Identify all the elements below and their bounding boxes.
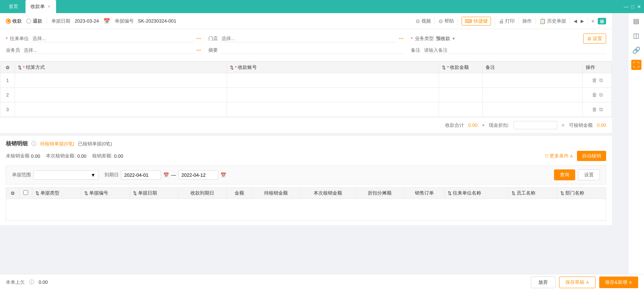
table-area: ⚙ ⇅ * 结算方式 ⇅ * 收款账号	[0, 62, 612, 117]
cal-icon-end[interactable]: 📅	[220, 172, 226, 178]
history-icon: 📋	[539, 18, 546, 24]
row-actions-3: 🗑 ⧉	[583, 102, 612, 117]
cal-icon-start[interactable]: 📅	[163, 172, 169, 178]
col-action-header: 操作	[583, 62, 612, 73]
row-account-3[interactable]	[227, 102, 439, 117]
row-settle-2[interactable]	[15, 88, 227, 102]
close-icon[interactable]: ✕	[637, 4, 641, 9]
delete-icon-1[interactable]: 🗑	[592, 77, 597, 83]
row-remark-2[interactable]	[483, 88, 583, 102]
date-end-input[interactable]	[178, 171, 218, 180]
shortcut-btn[interactable]: ⌨ 快捷键	[462, 17, 491, 26]
query-button[interactable]: 查询	[554, 169, 575, 180]
bt-col-staff-sort[interactable]: ⇅	[511, 191, 515, 196]
bt-col-partner-sort[interactable]: ⇅	[448, 191, 452, 196]
sidebar-doc-icon[interactable]: ◫	[631, 31, 641, 41]
minimize-icon[interactable]: —	[624, 4, 628, 9]
video-btn[interactable]: ⊙ 视频	[416, 18, 431, 24]
col-amount-sort[interactable]: ⇅	[442, 65, 446, 70]
bt-col-current: 本次核销金额	[300, 188, 356, 199]
required-amount: *	[447, 65, 449, 70]
shop-ellipsis[interactable]: ···	[399, 35, 404, 42]
col-settle-sort[interactable]: ⇅	[18, 65, 22, 70]
bt-col-dept-sort[interactable]: ⇅	[560, 191, 564, 196]
status-info-icon[interactable]: ⓘ	[29, 279, 34, 286]
delete-icon-2[interactable]: 🗑	[592, 92, 597, 98]
discount-label: 现金折扣:	[489, 122, 509, 129]
date-start-input[interactable]	[121, 171, 161, 180]
history-btn[interactable]: 📋 历史单据	[539, 18, 566, 24]
operation-btn[interactable]: 操作	[522, 18, 532, 24]
remark-input[interactable]	[423, 47, 606, 54]
sidebar-table-icon[interactable]: ▤	[631, 16, 641, 26]
save-draft-button[interactable]: 保存草稿 ∧	[559, 277, 596, 288]
info-icon[interactable]: ⓘ	[31, 141, 36, 147]
copy-icon-1[interactable]: ⧉	[599, 77, 603, 83]
select-all-checkbox[interactable]	[23, 190, 28, 195]
row-amount-3[interactable]	[439, 102, 483, 117]
more-conditions-label: 更多条件	[550, 153, 569, 159]
nav-prev-btn[interactable]: ◀	[574, 19, 577, 24]
bottom-table: ⚙ ⇅ 单据类型 ⇅ 单据编号	[6, 187, 606, 221]
sidebar-link-icon[interactable]: 🔗	[631, 45, 641, 55]
tab-close[interactable]: ×	[47, 3, 51, 10]
tab-home[interactable]: 首页	[3, 0, 24, 13]
layout2-btn[interactable]: ▦	[598, 18, 606, 24]
discount-input[interactable]	[514, 121, 557, 129]
row-num-3: 3	[0, 102, 15, 117]
divider-1	[47, 17, 47, 25]
partner-ellipsis[interactable]: ···	[196, 35, 201, 42]
sidebar-expand-icon[interactable]: ⛶	[631, 60, 641, 70]
bt-col-no-sort[interactable]: ⇅	[84, 191, 88, 196]
radio-refund[interactable]: 退款	[26, 18, 42, 24]
row-remark-1[interactable]	[483, 73, 583, 88]
row-amount-2[interactable]	[439, 88, 483, 102]
col-amount-header: ⇅ * 收款金额	[439, 62, 483, 73]
copy-icon-2[interactable]: ⧉	[599, 92, 603, 98]
radio-receipt[interactable]: 收款	[6, 18, 22, 24]
bt-col-settings[interactable]: ⚙	[6, 188, 19, 199]
summary-input[interactable]	[220, 47, 404, 54]
row-account-1[interactable]	[227, 73, 439, 88]
more-conditions-btn[interactable]: ▽ 更多条件 ∧	[545, 153, 573, 159]
done-tab[interactable]: 已核销单据(0笔)	[78, 141, 112, 147]
biz-type-select[interactable]: 预收款 ▼	[436, 35, 581, 42]
row-settle-1[interactable]	[15, 73, 227, 88]
bt-col-date-sort[interactable]: ⇅	[133, 191, 137, 196]
nav-next-btn[interactable]: ▶	[581, 19, 584, 24]
partner-input[interactable]	[31, 35, 194, 42]
calendar-icon[interactable]: 📅	[103, 18, 110, 24]
radio-receipt-dot	[6, 19, 11, 24]
doc-date-value[interactable]: 2023-03-24	[75, 18, 99, 24]
auto-reconcile-btn[interactable]: 自动核销	[577, 151, 606, 161]
help-btn[interactable]: ⊙ 帮助	[439, 18, 454, 24]
diff-label: 核销差额:	[92, 153, 113, 159]
tab-active[interactable]: 收款单 ×	[25, 0, 56, 13]
bt-col-checkbox[interactable]	[19, 188, 32, 199]
row-settle-3[interactable]	[15, 102, 227, 117]
abandon-button[interactable]: 放弃	[531, 277, 555, 288]
staff-input[interactable]	[22, 47, 194, 54]
copy-icon-3[interactable]: ⧉	[599, 106, 603, 113]
range-select[interactable]: ▼	[33, 171, 99, 180]
col-settle-header: ⇅ * 结算方式	[15, 62, 227, 73]
staff-ellipsis[interactable]: ···	[196, 47, 201, 54]
divider-8	[588, 17, 588, 25]
row-account-2[interactable]	[227, 88, 439, 102]
settings-button[interactable]: ⚙ 设置	[583, 34, 606, 44]
pending-tab[interactable]: 待核销单据(0笔)	[40, 141, 74, 147]
shop-input[interactable]	[220, 35, 397, 42]
col-settings[interactable]: ⚙	[0, 62, 15, 73]
save-new-button[interactable]: 保存&新增 ∧	[599, 277, 638, 288]
bt-col-type-sort[interactable]: ⇅	[35, 191, 39, 196]
layout1-btn[interactable]: ≡	[592, 19, 594, 24]
print-btn[interactable]: 🖨 打印	[499, 18, 515, 24]
row-amount-1[interactable]	[439, 73, 483, 88]
maximize-icon[interactable]: □	[631, 4, 634, 9]
net-label: 可核销金额	[569, 122, 593, 129]
delete-icon-3[interactable]: 🗑	[592, 106, 597, 113]
col-account-sort[interactable]: ⇅	[230, 65, 234, 70]
row-remark-3[interactable]	[483, 102, 583, 117]
equals-sign: =	[562, 122, 565, 128]
settings-button-2[interactable]: 设置	[578, 169, 600, 180]
